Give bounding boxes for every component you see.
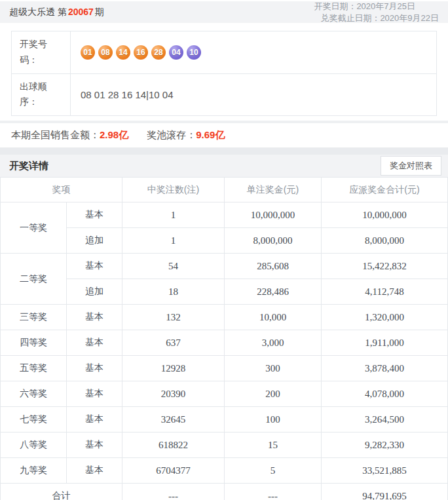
front-ball: 16 bbox=[134, 45, 148, 60]
total-prize-cell: 3,878,400 bbox=[322, 356, 448, 381]
ball-order-label: 出球顺序： bbox=[12, 73, 71, 116]
front-ball: 01 bbox=[81, 45, 95, 60]
prize-type-cell: 基本 bbox=[67, 381, 122, 407]
table-row: 三等奖基本13210,0001,320,000 bbox=[1, 305, 448, 330]
draw-date: 开奖日期：2020年7月25日 bbox=[314, 1, 415, 11]
single-prize-cell: 300 bbox=[225, 356, 322, 381]
ball-order-row: 出球顺序： 08 01 28 16 14|10 04 bbox=[12, 73, 437, 116]
total-prize-cell: 3,264,500 bbox=[322, 407, 448, 433]
draw-balls: 01081416280410 bbox=[81, 45, 431, 60]
prize-level-cell: 五等奖 bbox=[1, 356, 67, 381]
winning-count-cell: 54 bbox=[122, 254, 225, 279]
total-label-cell: 合计 bbox=[1, 484, 122, 500]
prize-pool-value: 9.69亿 bbox=[196, 129, 225, 142]
prize-level-cell: 七等奖 bbox=[1, 407, 67, 433]
table-row: 追加18228,4864,112,748 bbox=[1, 279, 448, 305]
single-prize-cell: 15 bbox=[225, 433, 322, 458]
single-prize-cell: 100 bbox=[225, 407, 322, 433]
prize-type-cell: 基本 bbox=[67, 330, 122, 356]
sales-amount-label: 本期全国销售金额： bbox=[11, 129, 100, 142]
single-prize-cell: 3,000 bbox=[225, 330, 322, 356]
grand-total-cell: 94,791,695 bbox=[322, 484, 448, 500]
total-count-cell: --- bbox=[122, 484, 225, 500]
prize-type-cell: 基本 bbox=[67, 254, 122, 279]
total-prize-cell: 4,112,748 bbox=[322, 279, 448, 305]
table-footer-row: 合计------94,791,695 bbox=[1, 484, 448, 500]
total-prize-cell: 15,422,832 bbox=[322, 254, 448, 279]
prize-table-body: 一等奖基本110,000,00010,000,000追加18,000,0008,… bbox=[1, 202, 448, 500]
table-row: 八等奖基本618822159,282,330 bbox=[1, 433, 448, 458]
draw-result-table: 开奖号码： 01081416280410 出球顺序： 08 01 28 16 1… bbox=[11, 31, 437, 116]
front-ball: 14 bbox=[116, 45, 130, 60]
winning-numbers-label: 开奖号码： bbox=[12, 31, 71, 74]
ball-order-value: 08 01 28 16 14|10 04 bbox=[71, 73, 437, 116]
table-row: 二等奖基本54285,60815,422,832 bbox=[1, 254, 448, 279]
lottery-result-page: 超级大乐透 第20067期 开奖日期：2020年7月25日 兑奖截止日期：202… bbox=[0, 0, 448, 500]
prize-type-cell: 追加 bbox=[67, 279, 122, 305]
winning-count-cell: 637 bbox=[122, 330, 225, 356]
column-header-prize: 奖项 bbox=[1, 178, 122, 202]
prize-level-cell: 九等奖 bbox=[1, 458, 67, 484]
page-title-suffix: 期 bbox=[95, 7, 104, 17]
prize-level-cell: 六等奖 bbox=[1, 381, 67, 407]
total-prize-cell: 9,282,330 bbox=[322, 433, 448, 458]
winning-count-cell: 20390 bbox=[122, 381, 225, 407]
total-prize-cell: 33,521,885 bbox=[322, 458, 448, 484]
prize-table: 奖项 中奖注数(注) 单注奖金(元) 应派奖金合计(元) 一等奖基本110,00… bbox=[0, 177, 448, 500]
single-prize-cell: 10,000,000 bbox=[225, 202, 322, 228]
table-row: 九等奖基本6704377533,521,885 bbox=[1, 458, 448, 484]
prize-level-cell: 四等奖 bbox=[1, 330, 67, 356]
front-ball: 28 bbox=[151, 45, 166, 60]
page-title: 超级大乐透 第20067期 bbox=[9, 7, 104, 18]
winning-count-cell: 32645 bbox=[122, 407, 225, 433]
winning-count-cell: 132 bbox=[122, 305, 225, 330]
table-row: 四等奖基本6373,0001,911,000 bbox=[1, 330, 448, 356]
section-gap bbox=[0, 147, 448, 155]
prize-type-cell: 基本 bbox=[67, 305, 122, 330]
winning-numbers-row: 开奖号码： 01081416280410 bbox=[12, 31, 437, 74]
sales-info-panel: 本期全国销售金额：2.98亿奖池滚存：9.69亿 bbox=[0, 123, 448, 147]
total-prize-cell: 1,911,000 bbox=[322, 330, 448, 356]
prize-type-cell: 追加 bbox=[67, 228, 122, 254]
prize-type-cell: 基本 bbox=[67, 407, 122, 433]
single-prize-cell: 228,486 bbox=[225, 279, 322, 305]
prize-pool-label: 奖池滚存： bbox=[147, 129, 196, 142]
draw-dates: 开奖日期：2020年7月25日 兑奖截止日期：2020年9月22日 bbox=[300, 0, 439, 34]
total-single-cell: --- bbox=[225, 484, 322, 500]
winning-count-cell: 18 bbox=[122, 279, 225, 305]
prize-level-cell: 一等奖 bbox=[1, 202, 67, 254]
winning-count-cell: 6704377 bbox=[122, 458, 225, 484]
prize-type-cell: 基本 bbox=[67, 202, 122, 228]
winning-count-cell: 1 bbox=[122, 202, 225, 228]
total-prize-cell: 1,320,000 bbox=[322, 305, 448, 330]
redeem-deadline: 兑奖截止日期：2020年9月22日 bbox=[320, 13, 439, 23]
single-prize-cell: 10,000 bbox=[225, 305, 322, 330]
single-prize-cell: 200 bbox=[225, 381, 322, 407]
single-prize-cell: 8,000,000 bbox=[225, 228, 322, 254]
winning-count-cell: 1 bbox=[122, 228, 225, 254]
column-header-single-amount: 单注奖金(元) bbox=[225, 178, 322, 202]
table-row: 一等奖基本110,000,00010,000,000 bbox=[1, 202, 448, 228]
sales-amount-value: 2.98亿 bbox=[100, 129, 128, 142]
details-section-title: 开奖详情 bbox=[9, 160, 48, 172]
prize-level-cell: 八等奖 bbox=[1, 433, 67, 458]
page-title-prefix: 超级大乐透 第 bbox=[9, 7, 67, 17]
table-row: 五等奖基本129283003,878,400 bbox=[1, 356, 448, 381]
table-row: 六等奖基本203902004,078,000 bbox=[1, 381, 448, 407]
winning-count-cell: 618822 bbox=[122, 433, 225, 458]
single-prize-cell: 5 bbox=[225, 458, 322, 484]
prize-comparison-button[interactable]: 奖金对照表 bbox=[381, 156, 441, 176]
table-row: 七等奖基本326451003,264,500 bbox=[1, 407, 448, 433]
column-header-count: 中奖注数(注) bbox=[122, 178, 225, 202]
prize-type-cell: 基本 bbox=[67, 433, 122, 458]
total-prize-cell: 8,000,000 bbox=[322, 228, 448, 254]
back-ball: 04 bbox=[169, 45, 183, 60]
winning-count-cell: 12928 bbox=[122, 356, 225, 381]
details-section-bar: 开奖详情 奖金对照表 bbox=[0, 155, 448, 177]
prize-type-cell: 基本 bbox=[67, 356, 122, 381]
prize-level-cell: 三等奖 bbox=[1, 305, 67, 330]
single-prize-cell: 285,608 bbox=[225, 254, 322, 279]
front-ball: 08 bbox=[98, 45, 113, 60]
draw-result-panel: 开奖号码： 01081416280410 出球顺序： 08 01 28 16 1… bbox=[0, 23, 448, 121]
column-header-total-amount: 应派奖金合计(元) bbox=[322, 178, 448, 202]
